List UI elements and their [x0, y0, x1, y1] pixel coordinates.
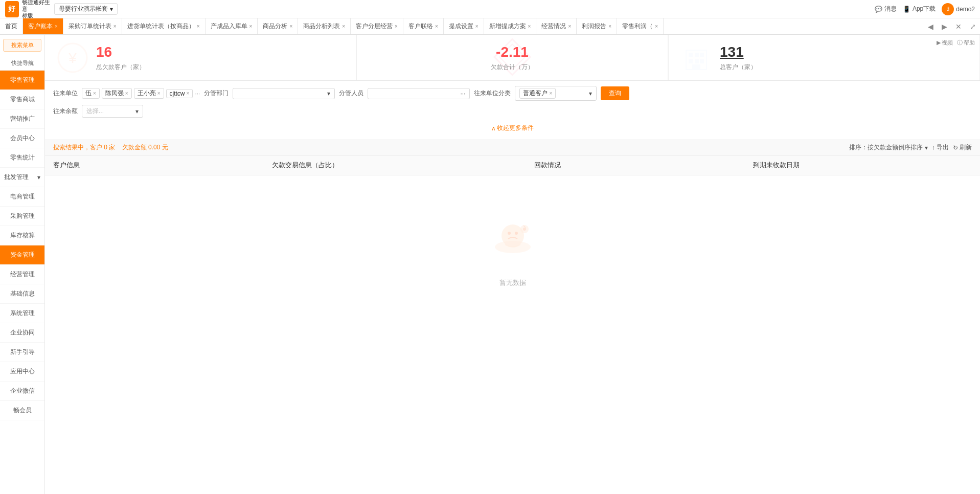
tab-profit-report[interactable]: 利润报告 ×: [577, 18, 617, 35]
tab-retail-profit[interactable]: 零售利润（ ×: [617, 18, 664, 35]
tab-close-icon[interactable]: ×: [113, 24, 117, 29]
sidebar-item-inventory[interactable]: 库存核算: [0, 226, 44, 245]
person-select[interactable]: ···: [368, 88, 470, 99]
dept-select[interactable]: ▾: [233, 88, 335, 99]
chevron-up-icon: ∧: [491, 125, 496, 132]
industry-selector[interactable]: 母婴行业演示帐套 ▾: [54, 3, 118, 15]
tab-promotion-settings[interactable]: 提成设置 ×: [444, 18, 484, 35]
tab-customer-segment[interactable]: 客户分层经营 ×: [351, 18, 403, 35]
search-menu-button[interactable]: 搜索菜单: [3, 39, 41, 52]
unit-label: 往来单位: [53, 89, 78, 98]
tab-close-icon[interactable]: ×: [55, 24, 58, 29]
tab-close-icon[interactable]: ×: [475, 24, 478, 29]
sidebar: 搜索菜单 快捷导航 零售管理 零售商城 营销推广 会员中心 零售统计 批发管理 …: [0, 35, 45, 494]
unit-tag-cjttcw: cjttcw ×: [166, 89, 193, 98]
tab-close-icon[interactable]: ×: [655, 24, 658, 29]
stat-value-total-customers: 131: [720, 43, 757, 61]
message-icon: 💬: [875, 6, 882, 13]
play-icon: ▶: [937, 39, 941, 46]
empty-icon: [490, 216, 536, 272]
export-button[interactable]: ↑ 导出: [932, 143, 949, 152]
tab-close-icon[interactable]: ×: [197, 24, 200, 29]
sidebar-item-purchase-mgmt[interactable]: 采购管理: [0, 207, 44, 226]
tab-product-analysis[interactable]: 商品分析 ×: [258, 18, 298, 35]
sidebar-item-member-center[interactable]: 会员中心: [0, 129, 44, 148]
sidebar-item-member-card[interactable]: 畅会员: [0, 401, 44, 420]
empty-state: 暂无数据: [45, 175, 980, 328]
sidebar-item-system-mgmt[interactable]: 系统管理: [0, 304, 44, 323]
table-col-debt-info: 欠款交易信息（占比）: [272, 161, 534, 170]
tab-customer-contact[interactable]: 客户联络 ×: [403, 18, 444, 35]
sidebar-item-wholesale-mgmt[interactable]: 批发管理 ▾: [0, 168, 44, 187]
stat-icon-yuan: ¥: [57, 42, 88, 73]
unit-tag-wu: 伍 ×: [82, 88, 100, 99]
tab-close-icon[interactable]: ×: [342, 24, 345, 29]
sidebar-item-ecommerce[interactable]: 电商管理: [0, 187, 44, 207]
tab-scroll-right[interactable]: ▶: [938, 23, 951, 31]
tab-close-icon[interactable]: ×: [568, 24, 571, 29]
sidebar-item-enterprise-collab[interactable]: 企业协同: [0, 323, 44, 343]
tag-close-normal[interactable]: ×: [549, 91, 552, 96]
chevron-down-icon: ▾: [135, 108, 139, 115]
stat-info-total-customers: 131 总客户（家）: [720, 43, 757, 72]
tab-customer-accounts[interactable]: 客户账本 ×: [23, 18, 63, 35]
tab-new-promotion[interactable]: 新增提成方案 ×: [484, 18, 537, 35]
help-button[interactable]: ⓘ 帮助: [957, 39, 975, 47]
tab-close-icon[interactable]: ×: [249, 24, 253, 29]
empty-state-text: 暂无数据: [499, 278, 526, 287]
stat-block-total-customers: 131 总客户（家）: [669, 35, 980, 80]
top-bar-left: 好 畅捷通好生意 标版 母婴行业演示帐套 ▾: [5, 0, 118, 19]
tag-close-wang[interactable]: ×: [157, 91, 161, 96]
tab-close-icon[interactable]: ×: [435, 24, 438, 29]
tag-close-cjttcw[interactable]: ×: [187, 91, 190, 96]
sidebar-item-retail-mall[interactable]: 零售商城: [0, 90, 44, 109]
quick-nav-button[interactable]: 快捷导航: [0, 56, 44, 71]
search-result-bar: 搜索结果中，客户 0 家 欠款金额 0.00 元 排序：按欠款金额倒序排序 ▾ …: [45, 140, 980, 155]
user-avatar[interactable]: d demo2: [942, 3, 975, 15]
tab-home[interactable]: 首页: [0, 18, 23, 35]
unit-type-select[interactable]: 普通客户 × ▾: [515, 86, 597, 101]
message-button[interactable]: 💬 消息: [875, 5, 897, 13]
collapse-button[interactable]: ∧ 收起更多条件: [489, 122, 536, 134]
logo-text: 畅捷通好生意 标版: [22, 0, 50, 19]
tab-close-icon[interactable]: ×: [395, 24, 398, 29]
search-actions: 排序：按欠款金额倒序排序 ▾ ↑ 导出 ↻ 刷新: [849, 143, 972, 152]
chevron-down-icon: ▾: [327, 90, 330, 97]
sidebar-item-retail-stats[interactable]: 零售统计: [0, 148, 44, 168]
tab-scroll-left[interactable]: ◀: [924, 23, 938, 31]
refresh-button[interactable]: ↻ 刷新: [953, 143, 972, 152]
tab-product-analysis-list[interactable]: 商品分析列表 ×: [298, 18, 351, 35]
sidebar-item-marketing[interactable]: 营销推广: [0, 109, 44, 129]
collapse-row: ∧ 收起更多条件: [53, 122, 972, 134]
sidebar-item-finance-mgmt[interactable]: 资金管理: [0, 245, 44, 265]
more-tags-button[interactable]: ···: [195, 90, 200, 97]
sidebar-item-enterprise-wechat[interactable]: 企业微信: [0, 381, 44, 401]
sort-selector[interactable]: 排序：按欠款金额倒序排序 ▾: [849, 143, 928, 152]
tab-close-icon[interactable]: ×: [608, 24, 611, 29]
person-label: 分管人员: [339, 89, 363, 98]
svg-rect-7: [700, 53, 704, 57]
tab-purchase-order-stats[interactable]: 采购订单统计表 ×: [63, 18, 122, 35]
svg-text:¥: ¥: [68, 50, 77, 66]
sidebar-item-basic-info[interactable]: 基础信息: [0, 284, 44, 304]
tab-maximize[interactable]: ⤢: [966, 23, 980, 31]
app-download-button[interactable]: 📱 App下载: [903, 5, 936, 13]
tab-close-all[interactable]: ✕: [951, 23, 966, 31]
remaining-select[interactable]: 选择... ▾: [82, 105, 143, 118]
tab-close-icon[interactable]: ×: [289, 24, 292, 29]
dept-label: 分管部门: [204, 89, 229, 98]
tab-close-icon[interactable]: ×: [528, 24, 531, 29]
tag-close-chen[interactable]: ×: [125, 91, 128, 96]
logo-icon: 好: [5, 1, 19, 17]
tab-product-inbound[interactable]: 产成品入库单 ×: [206, 18, 258, 35]
sidebar-item-business-mgmt[interactable]: 经营管理: [0, 265, 44, 284]
sidebar-item-app-center[interactable]: 应用中心: [0, 362, 44, 381]
sidebar-item-retail-mgmt[interactable]: 零售管理: [0, 71, 44, 90]
tag-close-wu[interactable]: ×: [93, 91, 96, 96]
tab-business-situation[interactable]: 经营情况 ×: [536, 18, 577, 35]
tab-inbound-stats[interactable]: 进货单统计表（按商品） ×: [122, 18, 206, 35]
query-button[interactable]: 查询: [601, 86, 629, 100]
video-help-button[interactable]: ▶ 视频: [937, 39, 953, 47]
sidebar-item-newcomer-guide[interactable]: 新手引导: [0, 343, 44, 362]
top-bar-right: 💬 消息 📱 App下载 d demo2: [875, 3, 975, 15]
